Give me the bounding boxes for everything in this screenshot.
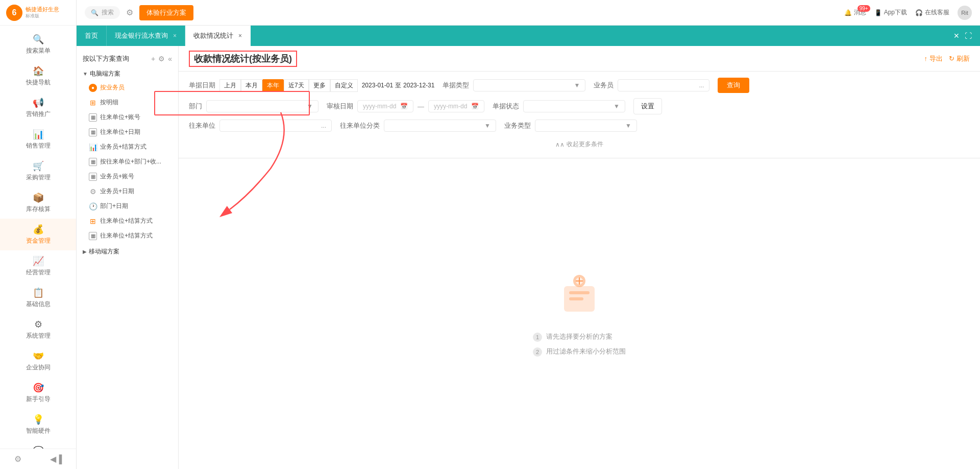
topbar-gear-icon[interactable]: ⚙ bbox=[126, 8, 133, 17]
sidebar-item-operation[interactable]: 📈 经营管理 bbox=[0, 250, 76, 282]
plan-item-icon-partner-account: ▦ bbox=[89, 113, 97, 122]
date-tab-7days[interactable]: 近7天 bbox=[284, 79, 309, 92]
date-tabs: 上月 本月 本年 近7天 更多 自定义 bbox=[219, 79, 358, 92]
sidebar-item-enterprise[interactable]: 🤝 企业协同 bbox=[0, 345, 76, 377]
collapse-filter-btn[interactable]: ∧∧ 收起更多条件 bbox=[189, 137, 970, 152]
operation-icon: 📈 bbox=[33, 255, 44, 267]
plan-item-staff-date[interactable]: ⚙ 业务员+日期 bbox=[77, 184, 178, 199]
app-download-btn[interactable]: 📱 App下载 bbox=[874, 8, 907, 17]
plan-settings-btn[interactable]: ⚙ bbox=[158, 55, 165, 63]
search-menu-icon: 🔍 bbox=[33, 34, 44, 45]
plan-item-by-detail[interactable]: ⊞ 按明细 bbox=[77, 95, 178, 110]
message-btn[interactable]: 🔔 消息 99+ bbox=[844, 8, 866, 17]
dept-select[interactable]: ▼ bbox=[206, 100, 318, 112]
filter-item-doc-type: 单据类型 ▼ bbox=[443, 79, 585, 91]
filter-item-partner: 往来单位 ... bbox=[189, 120, 332, 132]
marketing-icon: 📢 bbox=[33, 97, 44, 108]
sidebar-item-basic[interactable]: 📋 基础信息 bbox=[0, 282, 76, 314]
staff-select[interactable]: ... bbox=[618, 79, 709, 91]
plan-item-by-staff[interactable]: ● 按业务员 bbox=[77, 80, 178, 95]
plan-item-dept-date[interactable]: 🕐 部门+日期 bbox=[77, 199, 178, 214]
doc-status-select[interactable]: ▼ bbox=[523, 100, 625, 112]
page-header-actions: ↑ 导出 ↻ 刷新 bbox=[924, 54, 970, 63]
collapse-panel-btn[interactable]: « bbox=[168, 55, 172, 63]
sidebar-item-search-menu[interactable]: 🔍 搜索菜单 bbox=[0, 29, 76, 60]
plan-item-staff-account[interactable]: ▦ 业务员+账号 bbox=[77, 169, 178, 184]
sidebar-item-quick-nav[interactable]: 🏠 快捷导航 bbox=[0, 60, 76, 92]
sidebar-item-guide[interactable]: 🎯 新手引导 bbox=[0, 377, 76, 409]
review-date-from[interactable]: yyyy-mm-dd 📅 bbox=[357, 100, 413, 112]
sidebar-bottom: ⚙ ◀▐ bbox=[0, 449, 76, 469]
sidebar-settings-btn[interactable]: ⚙ bbox=[14, 454, 21, 464]
plan-item-partner-date[interactable]: ▦ 往来单位+日期 bbox=[77, 125, 178, 139]
sidebar-item-system[interactable]: ⚙ 系统管理 bbox=[0, 314, 76, 345]
sidebar-item-purchase[interactable]: 🛒 采购管理 bbox=[0, 155, 76, 187]
plan-item-icon-staff-account: ▦ bbox=[89, 173, 97, 181]
sidebar-item-smart[interactable]: 💡 智能硬件 bbox=[0, 409, 76, 440]
empty-tips: 1 请先选择要分析的方案 2 用过滤条件来缩小分析范围 bbox=[533, 332, 626, 357]
plan-item-partner-settlement3[interactable]: ▦ 往来单位+结算方式 bbox=[77, 228, 178, 243]
tab-receipt-stats-close[interactable]: × bbox=[238, 32, 242, 39]
sidebar-item-finance[interactable]: 💰 资金管理 bbox=[0, 219, 76, 250]
plan-item-partner-account[interactable]: ▦ 往来单位+账号 bbox=[77, 110, 178, 125]
plan-item-staff-settlement[interactable]: 📊 业务员+结算方式 bbox=[77, 139, 178, 154]
filter-row-1: 单据日期 上月 本月 本年 近7天 更多 自定义 2023-01-01 至 bbox=[189, 78, 970, 93]
trial-btn[interactable]: 体验行业方案 bbox=[139, 5, 193, 20]
plan-item-icon-by-detail: ⊞ bbox=[89, 99, 97, 107]
date-tab-this-year[interactable]: 本年 bbox=[262, 79, 284, 92]
search-icon: 🔍 bbox=[91, 9, 99, 16]
partner-select[interactable]: ... bbox=[219, 120, 332, 132]
plan-group-mobile-title[interactable]: ▶ 移动端方案 bbox=[77, 245, 178, 258]
maximize-window-icon[interactable]: ⛶ bbox=[965, 32, 972, 40]
review-date-to[interactable]: yyyy-mm-dd 📅 bbox=[428, 100, 484, 112]
tab-bank-flow-close[interactable]: × bbox=[173, 32, 177, 39]
refresh-btn[interactable]: ↻ 刷新 bbox=[949, 54, 970, 63]
date-tab-more[interactable]: 更多 bbox=[309, 79, 330, 92]
plan-item-icon-partner-date: ▦ bbox=[89, 128, 97, 136]
doc-type-arrow-icon: ▼ bbox=[574, 82, 580, 89]
date-tab-last-month[interactable]: 上月 bbox=[219, 79, 241, 92]
tab-home[interactable]: 首页 bbox=[77, 26, 107, 46]
add-plan-btn[interactable]: + bbox=[151, 55, 155, 63]
plan-group-desktop-title[interactable]: ▼ 电脑端方案 bbox=[77, 67, 178, 80]
query-btn[interactable]: 查询 bbox=[718, 78, 749, 93]
sidebar-item-inventory[interactable]: 📦 库存核算 bbox=[0, 187, 76, 219]
filter-item-staff: 业务员 ... bbox=[594, 79, 709, 91]
partner-category-select[interactable]: ▼ bbox=[384, 120, 496, 132]
close-window-icon[interactable]: ✕ bbox=[953, 32, 960, 40]
guide-icon: 🎯 bbox=[33, 382, 44, 393]
doc-type-select[interactable]: ▼ bbox=[473, 79, 585, 91]
tab-receipt-stats[interactable]: 收款情况统计 × bbox=[185, 26, 251, 46]
filter-item-date: 单据日期 上月 本月 本年 近7天 更多 自定义 2023-01-01 至 bbox=[189, 79, 434, 92]
staff-more-icon[interactable]: ... bbox=[699, 82, 704, 89]
enterprise-icon: 🤝 bbox=[33, 350, 44, 362]
filter-row-3: 往来单位 ... 往来单位分类 ▼ 业务类型 bbox=[189, 120, 970, 132]
topbar-search[interactable]: 🔍 搜索 bbox=[85, 6, 120, 19]
plan-item-partner-dept-receipt[interactable]: ▦ 按往来单位+部门+收... bbox=[77, 154, 178, 169]
left-panel-header: 按以下方案查询 + ⚙ « bbox=[77, 51, 178, 67]
user-avatar[interactable]: Rit bbox=[958, 6, 972, 20]
sidebar-item-wechat[interactable]: 💬 企业微信 bbox=[0, 440, 76, 449]
logo-icon: 6 bbox=[6, 5, 22, 21]
left-panel-actions: + ⚙ « bbox=[151, 55, 172, 63]
biz-type-select[interactable]: ▼ bbox=[535, 120, 637, 132]
sidebar-item-marketing[interactable]: 📢 营销推广 bbox=[0, 92, 76, 124]
filter-item-review-date: 审核日期 yyyy-mm-dd 📅 — yyyy-mm-dd 📅 bbox=[327, 100, 484, 112]
export-btn[interactable]: ↑ 导出 bbox=[924, 54, 943, 63]
sidebar-logo: 6 畅捷通好生意 标准版 bbox=[0, 0, 76, 26]
date-tab-this-month[interactable]: 本月 bbox=[241, 79, 262, 92]
date-tab-custom[interactable]: 自定义 bbox=[330, 79, 358, 92]
topbar: 🔍 搜索 ⚙ 体验行业方案 🔔 消息 99+ 📱 App下载 🎧 在线客服 Ri… bbox=[77, 0, 980, 26]
online-service-btn[interactable]: 🎧 在线客服 bbox=[915, 8, 949, 17]
collapse-icon: ∧∧ bbox=[555, 141, 565, 148]
plan-item-icon-dept-date: 🕐 bbox=[89, 202, 97, 210]
system-icon: ⚙ bbox=[34, 319, 42, 330]
tab-bank-flow[interactable]: 现金银行流水查询 × bbox=[107, 26, 185, 46]
sales-icon: 📊 bbox=[33, 129, 44, 140]
sidebar-collapse-btn[interactable]: ◀▐ bbox=[50, 454, 62, 464]
doc-status-arrow-icon: ▼ bbox=[614, 103, 620, 110]
plan-item-partner-settlement2[interactable]: ⊞ 往来单位+结算方式 bbox=[77, 214, 178, 228]
settings-btn[interactable]: 设置 bbox=[633, 98, 662, 114]
partner-more-icon[interactable]: ... bbox=[321, 122, 326, 129]
sidebar-item-sales[interactable]: 📊 销售管理 bbox=[0, 124, 76, 155]
